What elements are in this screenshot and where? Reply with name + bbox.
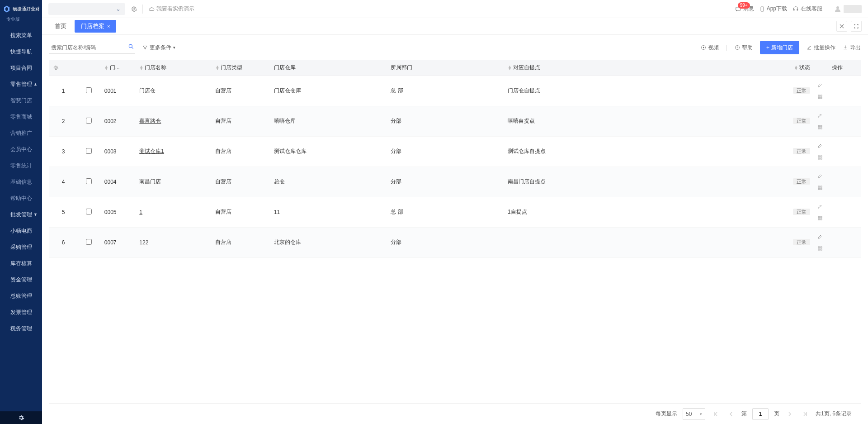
more-button[interactable]	[817, 246, 857, 251]
settings-icon[interactable]	[131, 6, 137, 12]
sidebar-item-retail-mgmt[interactable]: 零售管理▲	[0, 76, 42, 92]
sidebar-item-ecommerce[interactable]: 小畅电商	[0, 223, 42, 239]
row-checkbox[interactable]	[86, 209, 92, 214]
col-type[interactable]: ▲▼门店类型	[212, 60, 270, 76]
sidebar-item-inventory[interactable]: 库存核算	[0, 255, 42, 272]
online-service-button[interactable]: 在线客服	[793, 5, 822, 13]
close-icon[interactable]: ×	[107, 24, 110, 29]
row-checkbox[interactable]	[86, 148, 92, 154]
cell-type: 自营店	[212, 76, 270, 106]
svg-rect-10	[821, 97, 822, 99]
cell-name: 1	[136, 197, 212, 227]
tab-fullscreen[interactable]	[851, 21, 862, 32]
store-name-link[interactable]: 嘉言路仓	[139, 118, 161, 124]
more-button[interactable]	[817, 155, 857, 160]
sidebar-item-project-contract[interactable]: 项目合同	[0, 60, 42, 76]
sidebar-settings[interactable]	[0, 411, 42, 424]
cell-warehouse: 嘻嘻仓库	[270, 106, 387, 136]
page-input[interactable]	[752, 408, 769, 420]
store-name-link[interactable]: 门店仓	[139, 87, 156, 94]
grid-icon	[817, 185, 823, 191]
sidebar-item-tax[interactable]: 税务管理	[0, 320, 42, 337]
col-status[interactable]: ▲▼状态	[674, 60, 814, 76]
video-link[interactable]: 视频	[701, 44, 719, 52]
sidebar-item-purchase[interactable]: 采购管理	[0, 239, 42, 255]
more-button[interactable]	[817, 185, 857, 191]
sidebar-subitem-retail-stats[interactable]: 零售统计	[0, 157, 42, 174]
cell-ops	[814, 136, 861, 167]
sidebar-subitem-smart-store[interactable]: 智慧门店	[0, 92, 42, 109]
page-prev[interactable]	[726, 409, 736, 419]
page-next[interactable]	[785, 409, 795, 419]
svg-rect-28	[821, 247, 822, 248]
edit-button[interactable]	[817, 113, 857, 118]
store-name-link[interactable]: 1	[139, 209, 142, 215]
edit-button[interactable]	[817, 234, 857, 239]
sidebar-item-quick-nav[interactable]: 快捷导航	[0, 43, 42, 60]
user-menu[interactable]	[834, 5, 862, 13]
svg-rect-26	[821, 219, 822, 220]
sidebar-item-label: 税务管理	[10, 325, 32, 333]
col-pickup[interactable]: ▲▼对应自提点	[504, 60, 674, 76]
page-size-select[interactable]: 50 ▾	[683, 408, 705, 420]
edit-button[interactable]	[817, 143, 857, 148]
tab-门店档案[interactable]: 门店档案×	[75, 20, 116, 33]
svg-rect-23	[818, 216, 820, 218]
cell-ops	[814, 76, 861, 106]
search-icon[interactable]	[128, 43, 134, 50]
svg-rect-25	[818, 219, 820, 220]
add-store-button[interactable]: + 新增门店	[760, 41, 799, 54]
col-ops: 操作	[814, 60, 861, 76]
per-page-label: 每页显示	[656, 410, 677, 418]
edit-button[interactable]	[817, 82, 857, 88]
batch-ops-button[interactable]: 批量操作	[807, 44, 835, 52]
sidebar-item-fund[interactable]: 资金管理	[0, 272, 42, 288]
more-button[interactable]	[817, 215, 857, 221]
sidebar-subitem-retail-mall[interactable]: 零售商城	[0, 109, 42, 125]
chevron-right-icon	[788, 412, 792, 416]
sidebar-item-label: 发票管理	[10, 309, 32, 316]
sidebar: 畅捷通好业财 专业版 搜索菜单快捷导航项目合同零售管理▲智慧门店零售商城营销推广…	[0, 0, 42, 424]
grid-icon	[817, 94, 823, 100]
page-last[interactable]	[800, 409, 810, 419]
more-conditions[interactable]: 更多条件 ▾	[142, 44, 175, 52]
sidebar-item-gl[interactable]: 总账管理	[0, 288, 42, 304]
search-input[interactable]	[49, 41, 135, 54]
plus-icon: +	[766, 44, 769, 51]
more-button[interactable]	[817, 94, 857, 100]
row-checkbox[interactable]	[86, 178, 92, 184]
col-name[interactable]: ▲▼门店名称	[136, 60, 212, 76]
table-row: 60007122自营店北京的仓库分部正常	[49, 227, 861, 257]
tab-首页[interactable]: 首页	[48, 20, 73, 33]
cell-status: 正常	[674, 136, 814, 167]
messages-button[interactable]: 99+ 消息	[735, 5, 754, 13]
col-settings[interactable]	[49, 60, 77, 76]
sidebar-item-search-menu[interactable]: 搜索菜单	[0, 27, 42, 43]
edit-button[interactable]	[817, 204, 857, 209]
sidebar-subitem-basic-info[interactable]: 基础信息	[0, 174, 42, 190]
tab-close-all[interactable]	[836, 21, 847, 32]
sidebar-item-wholesale[interactable]: 批发管理▼	[0, 206, 42, 223]
store-name-link[interactable]: 南昌门店	[139, 178, 161, 185]
store-name-link[interactable]: 122	[139, 239, 148, 246]
status-badge: 正常	[793, 148, 810, 154]
store-name-link[interactable]: 测试仓库1	[139, 148, 164, 154]
sidebar-subitem-help-center[interactable]: 帮助中心	[0, 190, 42, 206]
cell-dept: 分部	[387, 106, 504, 136]
row-checkbox[interactable]	[86, 118, 92, 124]
cell-dept: 总 部	[387, 76, 504, 106]
app-download-button[interactable]: App下载	[760, 5, 787, 13]
help-link[interactable]: ? 帮助	[735, 44, 753, 52]
col-code[interactable]: ▲▼门...	[101, 60, 136, 76]
sidebar-subitem-marketing[interactable]: 营销推广	[0, 125, 42, 141]
export-button[interactable]: 导出	[843, 44, 861, 52]
more-button[interactable]	[817, 124, 857, 130]
company-select[interactable]: ⌄	[48, 3, 125, 15]
row-checkbox[interactable]	[86, 87, 92, 93]
demo-link[interactable]: 我要看实例演示	[148, 5, 194, 13]
edit-button[interactable]	[817, 173, 857, 179]
row-checkbox[interactable]	[86, 239, 92, 245]
sidebar-subitem-member-center[interactable]: 会员中心	[0, 141, 42, 157]
page-first[interactable]	[711, 409, 721, 419]
sidebar-item-invoice[interactable]: 发票管理	[0, 304, 42, 320]
